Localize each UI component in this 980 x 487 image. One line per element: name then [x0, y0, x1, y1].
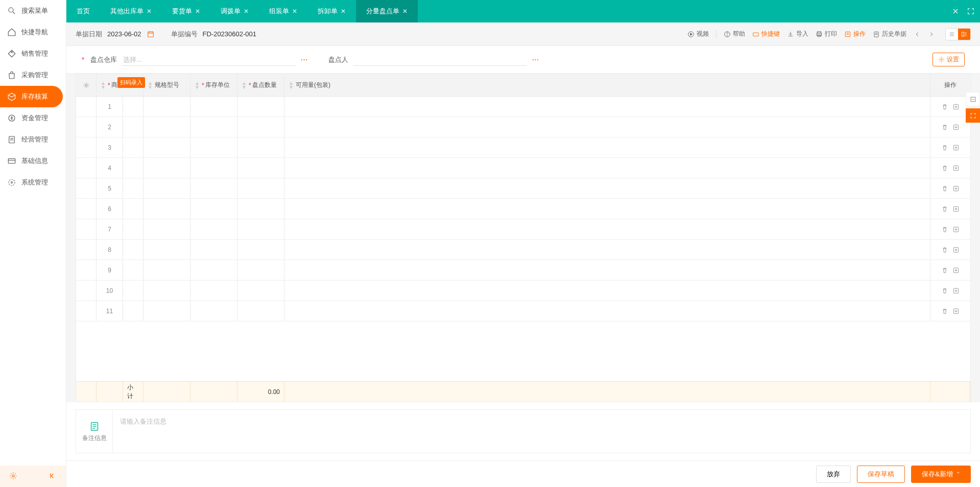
table-row[interactable]: 8 [76, 240, 970, 260]
th-qty[interactable]: ▲▼*盘点数量 [237, 74, 284, 96]
close-icon[interactable]: ✕ [195, 8, 200, 15]
th-spec[interactable]: ▲▼规格型号 [144, 74, 190, 96]
delete-icon[interactable] [941, 165, 948, 172]
person-input[interactable] [353, 54, 527, 66]
close-icon[interactable]: ✕ [402, 8, 408, 15]
collapse-icon[interactable] [49, 472, 57, 481]
delete-icon[interactable] [941, 267, 948, 274]
view-list-icon[interactable] [946, 29, 958, 40]
float-expand-icon[interactable] [966, 108, 980, 123]
person-lookup-icon[interactable]: ··· [532, 56, 539, 63]
scan-badge[interactable]: 扫码录入 [117, 77, 145, 88]
tab-other-out[interactable]: 其他出库单✕ [100, 0, 162, 22]
tab-request[interactable]: 要货单✕ [162, 0, 210, 22]
settings-button[interactable]: 设置 [933, 53, 965, 66]
view-form-icon[interactable] [958, 29, 970, 40]
delete-icon[interactable] [941, 185, 948, 192]
add-icon[interactable] [952, 144, 960, 151]
sidebar-footer [0, 466, 66, 487]
float-toggle-icon[interactable] [966, 92, 980, 106]
table-row[interactable]: 1 [76, 97, 970, 117]
sidebar-item-sales[interactable]: 销售管理 [0, 43, 66, 64]
table-row[interactable]: 9 [76, 260, 970, 281]
close-icon[interactable]: ✕ [292, 8, 297, 15]
settings-gear-icon[interactable] [9, 472, 17, 481]
table-row[interactable]: 7 [76, 219, 970, 240]
table-row[interactable]: 10 [76, 281, 970, 301]
delete-icon[interactable] [941, 287, 948, 294]
delete-icon[interactable] [941, 103, 948, 110]
add-icon[interactable] [952, 205, 960, 213]
svg-point-9 [9, 179, 15, 185]
delete-icon[interactable] [941, 124, 948, 131]
th-gear[interactable] [76, 74, 97, 96]
warehouse-lookup-icon[interactable]: ··· [301, 56, 308, 63]
tab-disassemble[interactable]: 拆卸单✕ [307, 0, 356, 22]
coin-icon [7, 113, 16, 123]
delete-icon[interactable] [941, 246, 948, 253]
table-row[interactable]: 5 [76, 178, 970, 199]
delete-icon[interactable] [941, 205, 948, 213]
add-icon[interactable] [952, 124, 960, 131]
prev-icon[interactable] [914, 31, 921, 38]
sidebar-label: 经营管理 [21, 135, 48, 144]
save-new-button[interactable]: 保存&新增⌃ [911, 466, 971, 483]
table-row[interactable]: 4 [76, 158, 970, 178]
sidebar-item-baseinfo[interactable]: 基础信息 [0, 150, 66, 172]
fullscreen-icon[interactable] [967, 7, 975, 15]
close-all-icon[interactable] [951, 7, 960, 15]
delete-icon[interactable] [941, 144, 948, 151]
table-row[interactable]: 11 [76, 301, 970, 321]
close-icon[interactable]: ✕ [147, 8, 152, 15]
row-number: 2 [97, 117, 123, 137]
warehouse-label: 盘点仓库 [90, 55, 117, 64]
operate-action[interactable]: 操作 [844, 30, 866, 38]
save-draft-button[interactable]: 保存草稿 [857, 466, 905, 483]
remark-input[interactable] [113, 410, 970, 453]
tab-transfer[interactable]: 调拨单✕ [210, 0, 259, 22]
discard-button[interactable]: 放弃 [816, 466, 851, 483]
history-action[interactable]: 历史单据 [873, 30, 906, 38]
table-row[interactable]: 3 [76, 137, 970, 158]
sidebar-item-system[interactable]: 系统管理 [0, 172, 66, 193]
th-avail[interactable]: ▲▼可用量(包装) [284, 74, 930, 96]
sidebar-item-nav[interactable]: 快捷导航 [0, 21, 66, 43]
date-value[interactable]: 2023-06-02 [107, 30, 141, 38]
add-icon[interactable] [952, 246, 960, 253]
delete-icon[interactable] [941, 226, 948, 233]
add-icon[interactable] [952, 226, 960, 233]
import-action[interactable]: 导入 [787, 30, 808, 38]
th-unit[interactable]: ▲▼*库存单位 [190, 74, 237, 96]
sidebar-item-inventory[interactable]: 库存核算 [0, 86, 63, 107]
sidebar-item-purchase[interactable]: 采购管理 [0, 64, 66, 86]
add-icon[interactable] [952, 267, 960, 274]
delete-icon[interactable] [941, 308, 948, 315]
add-icon[interactable] [952, 287, 960, 294]
tab-home[interactable]: 首页 [66, 0, 100, 22]
sidebar-item-search[interactable]: 搜索菜单 [0, 0, 66, 21]
calendar-icon[interactable] [147, 30, 155, 38]
add-icon[interactable] [952, 185, 960, 192]
svg-rect-22 [753, 33, 759, 36]
help-action[interactable]: 帮助 [724, 30, 745, 38]
code-label: 单据编号 [171, 30, 198, 39]
table-row[interactable]: 6 [76, 199, 970, 219]
hotkey-action[interactable]: 快捷键 [752, 30, 780, 38]
add-icon[interactable] [952, 308, 960, 315]
tab-weight-count[interactable]: 分量盘点单✕ [356, 0, 418, 22]
video-action[interactable]: 视频 [687, 30, 709, 38]
print-action[interactable]: 打印 [816, 30, 837, 38]
sidebar-item-business[interactable]: 经营管理 [0, 129, 66, 150]
table-row[interactable]: 2 [76, 117, 970, 137]
tab-label: 调拨单 [221, 7, 241, 16]
th-product[interactable]: ▲▼*商品 扫码录入 [97, 74, 144, 96]
next-icon[interactable] [928, 31, 935, 38]
add-icon[interactable] [952, 165, 960, 172]
close-icon[interactable]: ✕ [244, 8, 249, 15]
warehouse-input[interactable] [122, 54, 296, 66]
subtotal-value: 0.00 [237, 382, 284, 402]
add-icon[interactable] [952, 103, 960, 110]
tab-assemble[interactable]: 组装单✕ [259, 0, 307, 22]
close-icon[interactable]: ✕ [341, 8, 346, 15]
sidebar-item-finance[interactable]: 资金管理 [0, 107, 66, 129]
